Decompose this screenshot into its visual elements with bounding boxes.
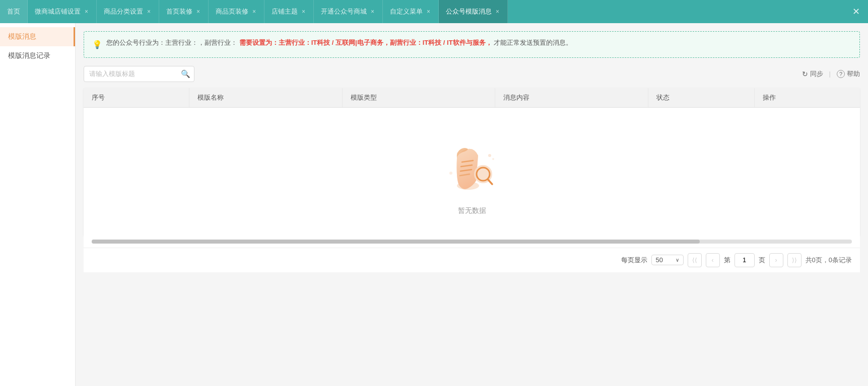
search-input-wrap: 🔍 [84,66,194,82]
empty-state: 暂无数据 [84,108,860,236]
horizontal-scrollbar[interactable] [84,236,860,248]
sync-icon: ↻ [802,70,808,78]
nav-tab-custom-menu[interactable]: 自定义菜单× [383,0,439,23]
sync-button[interactable]: ↻ 同步 [802,69,823,79]
toolbar-divider: | [829,70,831,78]
nav-tab-home[interactable]: 首页 [0,0,28,23]
prev-page-button[interactable]: ‹ [706,253,720,267]
col-header-action: 操作 [755,88,860,108]
empty-text: 暂无数据 [458,206,486,215]
search-button[interactable]: 🔍 [181,69,190,79]
svg-point-10 [449,172,452,175]
nav-tab-product-decor[interactable]: 商品页装修× [209,0,264,23]
help-button[interactable]: ? 帮助 [837,69,860,79]
nav-tab-open-mall[interactable]: 开通公众号商城× [314,0,383,23]
col-header-index: 序号 [84,88,189,108]
col-header-name: 模版名称 [189,88,342,108]
close-tab-homepage-decor[interactable]: × [195,8,201,15]
notice-text: 您的公众号行业为：主营行业：，副营行业： 需要设置为：主营行业：IT科技 / 互… [106,38,572,48]
sidebar: 模版消息模版消息记录 [0,23,76,386]
help-icon: ? [837,70,845,78]
close-tab-weishop[interactable]: × [84,8,89,15]
close-tab-custom-menu[interactable]: × [426,8,431,15]
pagination: 每页显示 50 ∨ ⟨⟨ ‹ 第 页 › ⟩⟩ 共0页，0条记录 [84,248,860,272]
sidebar-item-template-log[interactable]: 模版消息记录 [0,46,75,65]
close-tab-theme[interactable]: × [301,8,306,15]
page-size-select[interactable]: 50 ∨ [651,255,684,265]
nav-tab-weishop[interactable]: 微商城店铺设置× [28,0,97,23]
top-nav: 首页微商城店铺设置×商品分类设置×首页装修×商品页装修×店铺主题×开通公众号商城… [0,0,868,23]
close-tab-category[interactable]: × [146,8,152,15]
scrollbar-thumb[interactable] [92,240,700,244]
sidebar-item-template-msg[interactable]: 模版消息 [0,27,75,46]
total-info: 共0页，0条记录 [806,256,852,265]
col-header-content: 消息内容 [495,88,648,108]
col-header-status: 状态 [648,88,755,108]
first-page-button[interactable]: ⟨⟨ [688,253,702,267]
notice-banner: 💡 您的公众号行业为：主营行业：，副营行业： 需要设置为：主营行业：IT科技 /… [84,31,860,58]
svg-point-8 [488,154,491,157]
close-tab-product-decor[interactable]: × [251,8,257,15]
last-page-button[interactable]: ⟩⟩ [787,253,802,267]
page-size-label: 每页显示 [621,256,647,265]
main-layout: 模版消息模版消息记录 💡 您的公众号行业为：主营行业：，副营行业： 需要设置为：… [0,23,868,386]
content-area: 💡 您的公众号行业为：主营行业：，副营行业： 需要设置为：主营行业：IT科技 /… [76,23,868,386]
search-bar: 🔍 ↻ 同步 | ? 帮助 [84,66,860,82]
close-tab-open-mall[interactable]: × [370,8,375,15]
toolbar-right: ↻ 同步 | ? 帮助 [802,69,860,79]
chevron-down-icon: ∨ [676,257,679,263]
nav-tab-theme[interactable]: 店铺主题× [264,0,314,23]
next-page-button[interactable]: › [769,253,783,267]
svg-point-9 [492,158,494,160]
search-input[interactable] [84,66,194,82]
close-tab-template-msg[interactable]: × [495,8,500,15]
current-page-input[interactable] [735,253,755,267]
empty-illustration [442,138,502,198]
nav-tab-homepage-decor[interactable]: 首页装修× [159,0,209,23]
col-header-type: 模版类型 [342,88,495,108]
data-table: 序号模版名称模版类型消息内容状态操作 [84,88,860,236]
page-label-after: 页 [759,256,765,265]
scrollbar-track[interactable] [92,240,852,244]
close-all-button[interactable]: ✕ [844,6,868,17]
nav-tab-template-msg[interactable]: 公众号模版消息× [439,0,508,23]
page-label-before: 第 [724,256,730,265]
bulb-icon: 💡 [92,38,102,51]
nav-tab-category[interactable]: 商品分类设置× [97,0,159,23]
page-size-value: 50 [656,256,663,264]
